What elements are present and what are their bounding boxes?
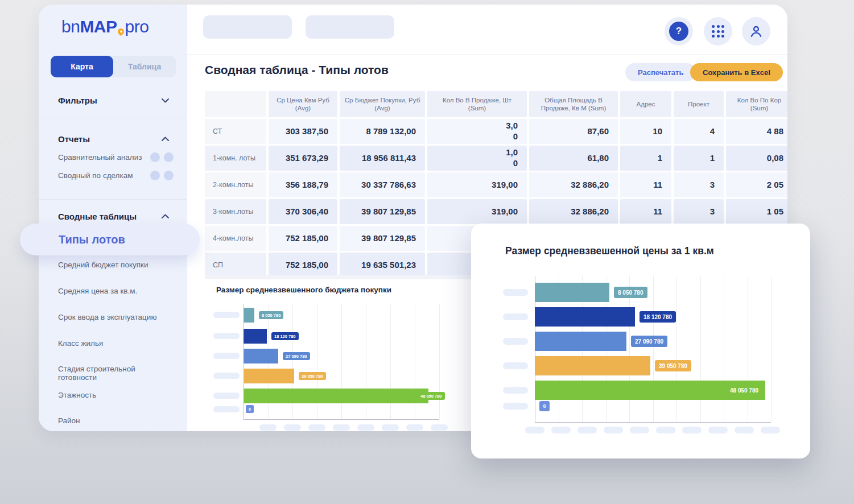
help-button[interactable]: ?: [665, 17, 693, 46]
apps-grid-button[interactable]: [704, 17, 732, 46]
sidebar-item-avg-price-sqm[interactable]: Средняя цена за кв.м.: [58, 287, 174, 295]
table-row: СТ 303 387,50 8 789 132,00 3,0 0 87,60 1…: [205, 119, 787, 144]
bar-value-label: 8 050 780: [259, 311, 283, 319]
column-header: Ср Бюджет Покупки, Руб(Avg): [340, 91, 425, 117]
sidebar-item-commissioning[interactable]: Срок ввода в эксплуатацию: [58, 313, 174, 321]
logo-text-pro: pro: [125, 17, 149, 36]
chart-bar: [535, 332, 626, 351]
bar-value-label: 18 120 780: [640, 311, 676, 323]
chart-bar: [244, 369, 294, 383]
axis-label-redacted: [213, 353, 240, 359]
chart-modal: Размер средневзвешенной цены за 1 кв.м 0…: [471, 224, 810, 458]
map-pin-icon: [116, 27, 125, 36]
chart-bar: [535, 356, 650, 375]
sidebar-item-housing-class[interactable]: Класс жилья: [58, 339, 174, 348]
chart-bar: [244, 308, 254, 323]
budget-chart: Размер средневзвешенного бюджета покупки: [187, 282, 454, 431]
bar-value-label: 18 120 780: [271, 332, 299, 340]
page-background: bnMAPpro Карта Таблица Фильтры Отчеты Ср…: [0, 0, 854, 504]
column-header: Проект: [674, 91, 724, 117]
axis-label-redacted: [604, 427, 623, 433]
axis-label-redacted: [333, 424, 350, 431]
axis-label-redacted: [503, 362, 528, 369]
sidebar-item-floors[interactable]: Этажность: [58, 391, 174, 399]
table-row: 3-комн.лоты 370 306,40 39 807 129,85 319…: [205, 199, 787, 224]
x-axis-line: [535, 422, 771, 423]
page-title: Сводная таблица - Типы лотов: [205, 63, 389, 77]
save-excel-button[interactable]: Сохранить в Excel: [690, 63, 783, 81]
bar-value-label: 27 090 780: [283, 352, 310, 360]
axis-label-redacted: [213, 393, 240, 399]
axis-label-redacted: [577, 427, 597, 433]
sidebar-item-avg-budget[interactable]: Средний бюджет покупки: [58, 261, 174, 269]
user-profile-button[interactable]: [742, 17, 770, 46]
tab-map[interactable]: Карта: [51, 56, 113, 77]
axis-label-redacted: [406, 424, 423, 431]
tab-table[interactable]: Таблица: [113, 56, 176, 77]
table-header-row: Ср Цена Квм Руб(Avg) Ср Бюджет Покупки, …: [205, 91, 787, 117]
sidebar-item-district[interactable]: Район: [58, 416, 174, 425]
sidebar-item-comparative-analysis[interactable]: Сравнительный анализ: [58, 152, 174, 162]
column-header: Ср Цена Квм Руб(Avg): [269, 91, 337, 117]
help-icon: ?: [669, 22, 688, 41]
bar-value-label: 8 050 780: [614, 287, 647, 298]
axis-label-redacted: [431, 424, 448, 431]
horizontal-scrollbar[interactable]: [205, 275, 472, 279]
sidebar-item-lot-types-active[interactable]: Типы лотов: [20, 224, 200, 255]
x-axis-line: [244, 419, 439, 420]
sidebar: bnMAPpro Карта Таблица Фильтры Отчеты Ср…: [39, 5, 187, 431]
bar-value-label: 39 050 780: [299, 372, 326, 380]
axis-label-redacted: [213, 373, 240, 379]
bar-value-label: 39 050 780: [655, 360, 691, 371]
topnav-item-placeholder[interactable]: [203, 15, 292, 39]
divider: [39, 199, 186, 200]
topbar: ?: [187, 5, 787, 55]
table-row: 2-комн.лоты 356 188,79 30 337 786,63 319…: [205, 172, 787, 197]
axis-label-redacted: [357, 424, 374, 431]
chevron-down-icon: [162, 98, 169, 103]
column-header: Адрес: [620, 91, 671, 117]
chart-bar: [244, 349, 278, 363]
chevron-up-icon: [162, 137, 169, 142]
sidebar-item-construction-stage[interactable]: Стадия строительной готовности: [58, 365, 174, 382]
table-row: 1-комн. лоты 351 673,29 18 956 811,43 1,…: [205, 146, 787, 171]
axis-label-redacted: [213, 333, 240, 339]
logo-text-bn: bn: [61, 17, 80, 36]
axis-label-redacted: [708, 427, 728, 433]
axis-label-redacted: [503, 338, 528, 345]
bar-value-label: 48 050 780: [418, 392, 445, 400]
axis-label-redacted: [213, 406, 240, 412]
axis-label-redacted: [259, 424, 277, 431]
chart-bar: [244, 329, 267, 344]
column-header: Кол Во По Кор(Sum): [726, 91, 787, 117]
app-logo: bnMAPpro: [61, 17, 148, 36]
axis-label-redacted: [308, 424, 325, 431]
apps-grid-icon: [712, 25, 724, 38]
axis-label-redacted: [382, 424, 399, 431]
pivot-tables-header[interactable]: Сводные таблицы: [58, 212, 169, 221]
map-table-toggle: Карта Таблица: [51, 56, 176, 77]
logo-text-map: MAP: [80, 17, 117, 36]
bar-value-label: 27 090 780: [631, 336, 667, 347]
modal-chart-title: Размер средневзвешенной цены за 1 кв.м: [505, 245, 714, 257]
filters-header[interactable]: Фильтры: [58, 96, 169, 105]
chevron-up-icon: [162, 214, 169, 219]
divider: [39, 118, 186, 118]
user-icon: [749, 24, 764, 39]
axis-label-redacted: [761, 427, 780, 433]
axis-label-redacted: [630, 427, 649, 433]
axis-label-redacted: [656, 427, 675, 433]
axis-label-redacted: [503, 403, 528, 410]
sidebar-item-deals-summary[interactable]: Сводный по сделкам: [58, 171, 174, 180]
reports-header[interactable]: Отчеты: [58, 134, 169, 144]
axis-label-redacted: [503, 387, 528, 394]
chart-bar: 0: [539, 401, 550, 411]
print-button[interactable]: Распечатать: [625, 63, 696, 81]
column-header: Кол Во В Продаже, Шт(Sum): [427, 91, 527, 117]
chart-title: Размер средневзвешенного бюджета покупки: [216, 286, 391, 294]
axis-label-redacted: [503, 289, 528, 296]
chart-bar: [535, 283, 609, 302]
column-header: Общая Площадь В Продаже, Кв М (Sum): [529, 91, 618, 117]
axis-label-redacted: [525, 427, 544, 433]
topnav-item-placeholder[interactable]: [306, 15, 394, 39]
